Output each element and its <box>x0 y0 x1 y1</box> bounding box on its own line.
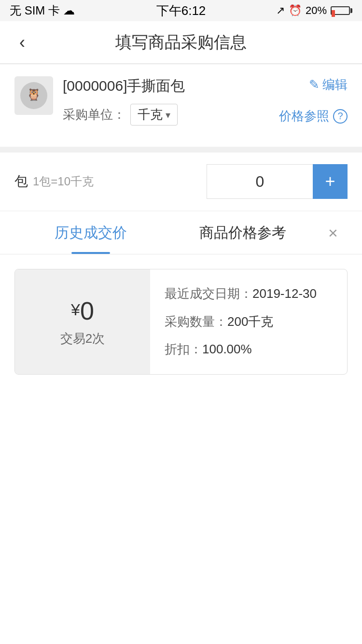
discount-value: 100.00% <box>202 342 252 356</box>
tab-close-button[interactable]: × <box>319 211 348 254</box>
status-time: 下午6:12 <box>156 2 206 19</box>
section-divider <box>0 147 362 153</box>
price-main: ¥0 <box>71 296 94 325</box>
edit-label: 编辑 <box>322 76 348 93</box>
battery-percent: 20% <box>306 4 327 17</box>
battery-icon <box>331 6 352 15</box>
product-thumbnail: 🦉 <box>14 76 53 115</box>
product-name: [0000006]手撕面包 <box>63 76 185 96</box>
page-title: 填写商品采购信息 <box>115 31 247 54</box>
tab-product-label: 商品价格参考 <box>199 223 286 243</box>
quantity-label: 包 1包=10千克 <box>14 172 94 191</box>
quantity-input-wrap: + <box>207 164 348 199</box>
status-left: 无 SIM 卡 ☁ <box>10 3 75 18</box>
tab-history-price[interactable]: 历史成交价 <box>14 211 167 254</box>
recent-date-value: 2019-12-30 <box>252 286 317 301</box>
quantity-plus-button[interactable]: + <box>313 164 348 199</box>
product-section: 🦉 [0000006]手撕面包 采购单位： 千克 ▾ ✎ 编辑 <box>0 65 362 147</box>
price-value: 0 <box>80 297 94 325</box>
product-logo-icon: 🦉 <box>19 81 48 110</box>
unit-hint: 1包=10千克 <box>33 174 94 189</box>
signal-text: 无 SIM 卡 ☁ <box>10 3 75 18</box>
price-ref-button[interactable]: 价格参照 ? <box>279 108 348 125</box>
discount-row: 折扣：100.00% <box>165 339 333 360</box>
edit-icon: ✎ <box>309 77 320 92</box>
product-header: 🦉 [0000006]手撕面包 采购单位： 千克 ▾ ✎ 编辑 <box>14 76 348 126</box>
svg-text:🦉: 🦉 <box>27 87 41 101</box>
tab-underline <box>71 252 110 254</box>
product-left: 🦉 [0000006]手撕面包 采购单位： 千克 ▾ <box>14 76 185 126</box>
status-right: ↗ ⏰ 20% <box>276 4 352 17</box>
unit-label: 采购单位： <box>63 106 125 123</box>
unit-select[interactable]: 千克 ▾ <box>130 104 178 126</box>
purchase-qty-row: 采购数量：200千克 <box>165 312 333 332</box>
quantity-input[interactable] <box>207 164 313 199</box>
tx-count: 交易2次 <box>60 330 105 347</box>
status-bar: 无 SIM 卡 ☁ 下午6:12 ↗ ⏰ 20% <box>0 0 362 21</box>
tabs-header: 历史成交价 商品价格参考 × <box>0 211 362 254</box>
help-icon: ? <box>333 109 348 124</box>
nav-header: ‹ 填写商品采购信息 <box>0 21 362 64</box>
edit-button[interactable]: ✎ 编辑 <box>309 76 348 93</box>
tab-history-label: 历史成交价 <box>55 223 127 243</box>
price-card: ¥0 交易2次 最近成交日期：2019-12-30 采购数量：200千克 折扣：… <box>14 269 348 375</box>
recent-date-label: 最近成交日期： <box>165 286 252 301</box>
location-icon: ↗ <box>276 4 285 17</box>
price-card-right: 最近成交日期：2019-12-30 采购数量：200千克 折扣：100.00% <box>150 269 347 374</box>
back-button[interactable]: ‹ <box>14 28 30 57</box>
quantity-row: 包 1包=10千克 + <box>0 153 362 210</box>
purchase-qty-value: 200千克 <box>227 314 273 329</box>
package-label: 包 <box>14 172 28 191</box>
product-unit-row: 采购单位： 千克 ▾ <box>63 104 185 126</box>
alarm-icon: ⏰ <box>289 4 302 17</box>
purchase-qty-label: 采购数量： <box>165 314 227 329</box>
unit-value: 千克 <box>138 106 163 123</box>
product-actions: ✎ 编辑 价格参照 ? <box>279 76 348 125</box>
price-ref-label: 价格参照 <box>279 108 329 125</box>
tab-product-price[interactable]: 商品价格参考 <box>167 211 319 254</box>
currency-symbol: ¥ <box>71 300 80 319</box>
card-container: ¥0 交易2次 最近成交日期：2019-12-30 采购数量：200千克 折扣：… <box>0 254 362 389</box>
price-card-left: ¥0 交易2次 <box>15 269 150 374</box>
product-info: [0000006]手撕面包 采购单位： 千克 ▾ <box>63 76 185 126</box>
dropdown-arrow-icon: ▾ <box>166 109 170 121</box>
tabs-section: 历史成交价 商品价格参考 × ¥0 交易2次 最近成交日期：2019-12-30… <box>0 211 362 389</box>
discount-label: 折扣： <box>165 342 202 356</box>
recent-date-row: 最近成交日期：2019-12-30 <box>165 284 333 304</box>
empty-area <box>0 389 362 644</box>
